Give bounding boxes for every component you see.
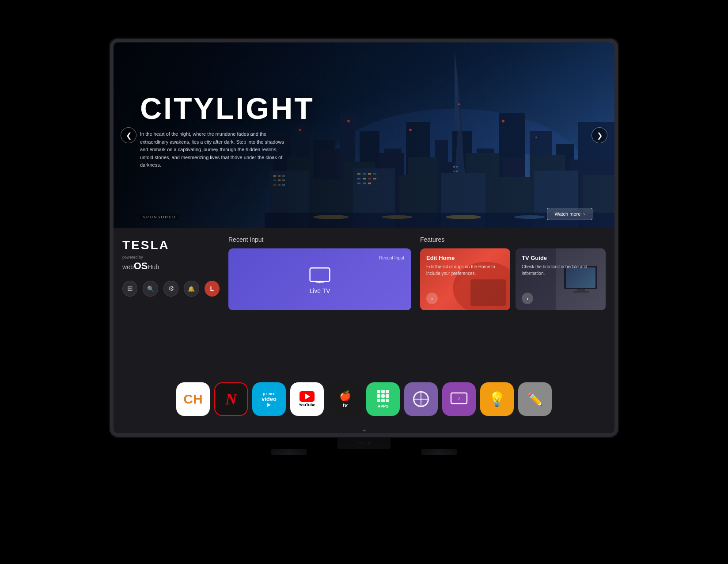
stand-base: [271, 449, 457, 455]
live-tv-label: Live TV: [309, 287, 330, 294]
tv-guide-content: TV Guide Check the brodcast schedule and…: [516, 248, 606, 310]
brand-logo: TESLA: [122, 238, 220, 252]
recent-input-panel: Recent Input Recent Input Live TV: [228, 236, 411, 373]
bottom-panel: TESLA powered by web OS Hub ⊞ 🔍: [114, 228, 614, 433]
apps-grid-icon: [377, 390, 389, 402]
recent-input-card[interactable]: Recent Input Live TV: [228, 248, 411, 310]
edit-home-title: Edit Home: [426, 255, 504, 261]
bulb-icon: 💡: [488, 391, 506, 408]
menu-icon: ⊞: [127, 285, 133, 293]
hero-prev-button[interactable]: ❮: [121, 127, 136, 143]
notifications-button[interactable]: 🔔: [184, 281, 199, 297]
search-button[interactable]: 🔍: [143, 281, 158, 297]
watch-more-button[interactable]: Watch more ›: [547, 208, 592, 220]
recent-input-title: Recent Input: [228, 236, 411, 243]
features-grid: Edit Home Edit the list of apps on the H…: [420, 248, 606, 373]
arrow-right-icon: ›: [431, 295, 433, 302]
channelx-icon: CH: [183, 392, 202, 407]
live-tv-icon: [309, 267, 330, 284]
hero-content: CITYLIGHT In the heart of the night, whe…: [140, 93, 315, 169]
svg-rect-75: [310, 268, 330, 281]
features-panel: Features Edit Home Edit the li: [420, 236, 606, 373]
left-arrow-icon: ❮: [126, 131, 132, 140]
pencil-icon: ✏️: [527, 392, 543, 407]
youtube-label: YouTube: [299, 403, 315, 407]
svg-text:♪: ♪: [458, 396, 460, 400]
tv-stand: TESLA: [99, 437, 629, 455]
live-tv-content: Live TV: [309, 267, 330, 294]
app-apple-tv[interactable]: 🍎 tv: [328, 382, 362, 416]
tv-guide-arrow-button[interactable]: ›: [522, 293, 533, 304]
app-apps[interactable]: APPS: [366, 382, 400, 416]
apps-row: CH N prime video ▶: [114, 377, 614, 423]
edit-home-desc: Edit the list of apps on the Home to inc…: [426, 263, 504, 277]
apple-icon: 🍎: [339, 390, 351, 402]
right-arrow-icon: ❯: [597, 131, 603, 140]
hero-next-button[interactable]: ❯: [592, 127, 607, 143]
app-netflix[interactable]: N: [214, 382, 248, 416]
left-panel: TESLA powered by web OS Hub ⊞ 🔍: [122, 236, 220, 373]
youtube-play-icon: [305, 393, 310, 400]
watch-more-arrow-icon: ›: [583, 211, 585, 217]
os-text: OS: [134, 260, 148, 272]
powered-by-text: powered by: [122, 255, 220, 259]
settings-button[interactable]: ⚙: [163, 281, 178, 297]
features-title: Features: [420, 236, 606, 243]
globe-icon: [413, 391, 429, 407]
prime-logo: prime video ▶: [262, 392, 277, 407]
web-text: web: [122, 263, 134, 271]
content-row: TESLA powered by web OS Hub ⊞ 🔍: [114, 228, 614, 377]
youtube-play-button: [300, 391, 315, 402]
netflix-icon: N: [225, 390, 237, 408]
chevron-down-icon: ⌄: [361, 425, 367, 433]
hero-title: CITYLIGHT: [140, 93, 315, 123]
settings-icon: ⚙: [168, 285, 174, 293]
app-edit[interactable]: ✏️: [518, 382, 552, 416]
webos-brand: web OS Hub: [122, 260, 220, 272]
edit-home-content: Edit Home Edit the list of apps on the H…: [420, 248, 510, 310]
recent-input-card-label: Recent Input: [379, 255, 404, 260]
stand-brand-label: TESLA: [357, 442, 371, 445]
stand-leg-right: [421, 449, 457, 455]
hero-sponsored-label: SPONSORED: [140, 214, 179, 220]
arrow-right-icon: ›: [527, 295, 528, 302]
user-avatar[interactable]: L: [205, 281, 220, 297]
search-icon: 🔍: [147, 286, 154, 292]
icon-row: ⊞ 🔍 ⚙ 🔔 L: [122, 281, 220, 297]
bell-icon: 🔔: [188, 286, 195, 292]
hero-description: In the heart of the night, where the mun…: [140, 130, 290, 169]
app-prime-video[interactable]: prime video ▶: [252, 382, 286, 416]
tv-frame: CITYLIGHT In the heart of the night, whe…: [110, 39, 618, 437]
app-browser[interactable]: [404, 382, 438, 416]
tesla-logo: TESLA: [122, 238, 220, 252]
app-youtube[interactable]: YouTube: [290, 382, 324, 416]
down-arrow-indicator: ⌄: [114, 425, 614, 433]
media-icon: ♪: [450, 392, 468, 406]
appletv-label: tv: [342, 402, 348, 408]
app-media[interactable]: ♪: [442, 382, 476, 416]
hero-banner: CITYLIGHT In the heart of the night, whe…: [114, 42, 614, 228]
tv-guide-title: TV Guide: [522, 255, 599, 261]
menu-button[interactable]: ⊞: [122, 281, 137, 297]
feature-card-edit-home[interactable]: Edit Home Edit the list of apps on the H…: [420, 248, 510, 310]
apps-label: APPS: [378, 404, 389, 408]
tv-guide-desc: Check the brodcast schedule and informat…: [522, 263, 599, 277]
edit-home-arrow-button[interactable]: ›: [426, 293, 438, 304]
app-tips[interactable]: 💡: [480, 382, 514, 416]
feature-card-tv-guide[interactable]: TV Guide Check the brodcast schedule and…: [516, 248, 606, 310]
app-channelx[interactable]: CH: [176, 382, 210, 416]
stand-leg-left: [271, 449, 307, 455]
hub-text: Hub: [148, 263, 159, 271]
avatar-letter: L: [210, 285, 214, 292]
stand-neck: TESLA: [337, 437, 391, 449]
